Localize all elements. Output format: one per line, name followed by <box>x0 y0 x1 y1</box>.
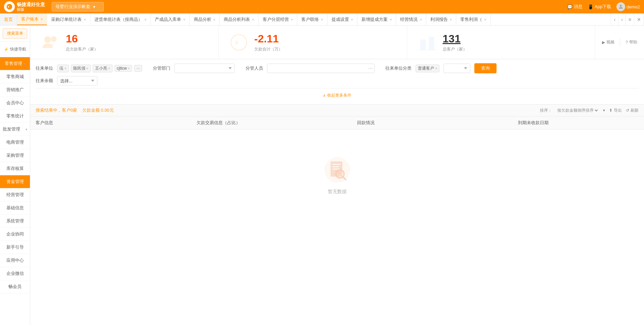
table-header-col-0: 客户信息 <box>36 120 197 126</box>
tab-add-promotion[interactable]: 新增提成方案 × <box>357 13 396 25</box>
person-filter-input[interactable] <box>267 64 375 73</box>
stat-debt-text: -2.11 欠款合计（万） <box>254 32 283 52</box>
unit-class-tag-remove[interactable]: × <box>435 67 437 70</box>
sidebar-item-purchase-mgmt-label: 采购管理 <box>6 153 24 158</box>
video-button[interactable]: ▶ 视频 <box>602 39 614 45</box>
svg-point-0 <box>7 4 12 10</box>
query-button[interactable]: 查询 <box>474 63 497 73</box>
tabs-close-all-button[interactable]: ✕ <box>634 13 644 25</box>
tab-close-cost-inbound[interactable]: × <box>183 17 185 22</box>
svg-rect-9 <box>419 49 436 50</box>
table-header-col-2: 回款情况 <box>357 120 518 126</box>
refresh-button[interactable]: ↺ 刷新 <box>626 108 639 113</box>
dept-select[interactable] <box>174 64 235 73</box>
search-menu-button[interactable]: 搜索菜单 <box>3 28 27 39</box>
unit-tag-wang: 王小亮 × <box>93 65 113 72</box>
unit-tag-wu: 伍 × <box>57 65 69 72</box>
top-bar: ¥ 畅捷通好生意 标版 母婴行业演示帐套 ▾ 💬 消息 📱 App下载 <box>0 0 644 13</box>
user-profile[interactable]: demo2 <box>616 2 640 11</box>
sidebar-item-basic-info[interactable]: 基础信息 <box>0 202 30 215</box>
tab-close-profit-report[interactable]: × <box>450 17 452 22</box>
sidebar-item-retail-mall[interactable]: 零售商城 <box>0 70 30 83</box>
export-button[interactable]: ⬆ 导出 <box>609 108 622 113</box>
store-selector[interactable]: 母婴行业演示帐套 ▾ <box>52 2 104 11</box>
tab-close-product-analysis-list[interactable]: × <box>252 17 254 22</box>
tab-close-customer-contact[interactable]: × <box>321 17 323 22</box>
store-name: 母婴行业演示帐套 <box>55 4 90 10</box>
svg-rect-13 <box>332 166 339 167</box>
unit-filter-label: 往来单位 <box>36 65 53 71</box>
tab-customer-tier[interactable]: 客户分层经营 × <box>259 13 297 25</box>
tab-retail-profit[interactable]: 零售利润（ × <box>456 13 490 25</box>
svg-point-2 <box>620 5 622 7</box>
svg-point-4 <box>51 36 57 42</box>
sidebar-item-vip-member[interactable]: 畅会员 <box>0 280 30 293</box>
empty-state: 暂无数据 <box>30 130 644 222</box>
sidebar-item-enterprise-wechat[interactable]: 企业微信 <box>0 267 30 280</box>
tab-customer-contact[interactable]: 客户联络 × <box>297 13 327 25</box>
tab-promotion-settings[interactable]: 提成设置 × <box>328 13 357 25</box>
sidebar-item-marketing[interactable]: 营销推广 <box>0 83 30 97</box>
app-download-button[interactable]: 📱 App下载 <box>588 4 611 10</box>
unit-class-select[interactable] <box>443 64 470 73</box>
sidebar-item-member-center[interactable]: 会员中心 <box>0 97 30 110</box>
person-input-more[interactable]: ··· <box>368 65 373 71</box>
sidebar-item-operation-mgmt[interactable]: 经营管理 <box>0 188 30 202</box>
sidebar-item-retail-mgmt[interactable]: 零售管理 ▾ <box>0 57 30 70</box>
stat-customers-text: 16 总欠款客户（家） <box>66 32 98 52</box>
tab-close-purchase-order[interactable]: × <box>84 17 86 22</box>
tab-close-retail-profit[interactable]: × <box>484 17 486 22</box>
tab-retail-profit-label: 零售利润（ <box>460 16 482 23</box>
tab-close-add-promotion[interactable]: × <box>390 17 392 22</box>
tab-customer-book[interactable]: 客户账本 × <box>17 13 47 25</box>
tab-close-operation-status[interactable]: × <box>420 17 422 22</box>
tabs-prev-button[interactable]: ‹ <box>611 13 618 25</box>
sidebar-item-system-mgmt[interactable]: 系统管理 <box>0 215 30 228</box>
results-bar: 搜索结果中，客户0家 欠款金额 0.00元 排序： 按欠款金额倒序排序 ▾ ⬆ … <box>30 105 644 116</box>
app-edition: 标版 <box>17 7 45 12</box>
unit-tag-chen-remove[interactable]: × <box>86 67 88 70</box>
export-icon: ⬆ <box>609 108 612 113</box>
sidebar-item-purchase-mgmt[interactable]: 采购管理 <box>0 149 30 162</box>
help-button[interactable]: ? 帮助 <box>626 39 637 45</box>
quick-nav-button[interactable]: ⚡ 快捷导航 <box>3 44 27 54</box>
tab-close-product-analysis[interactable]: × <box>213 17 215 22</box>
sidebar-item-app-center[interactable]: 应用中心 <box>0 254 30 267</box>
tab-operation-status[interactable]: 经营情况 × <box>396 13 426 25</box>
unit-tag-wang-remove[interactable]: × <box>108 67 110 70</box>
nav-tabs-actions: ‹ › ≡ ✕ <box>611 13 644 25</box>
tab-cost-inbound[interactable]: 产成品入库单 × <box>151 13 189 25</box>
balance-select[interactable]: 选择... <box>57 76 97 85</box>
unit-tags-more[interactable]: ··· <box>134 65 142 72</box>
sidebar-item-marketing-label: 营销推广 <box>6 87 24 92</box>
message-button[interactable]: 💬 消息 <box>567 4 583 10</box>
sidebar-item-wholesale-mgmt[interactable]: 批发管理 ▾ <box>0 123 30 136</box>
collapse-button[interactable]: ∧ 收起更多条件 <box>323 91 351 100</box>
tab-customer-book-label: 客户账本 <box>21 16 39 22</box>
sidebar-item-retail-stats[interactable]: 零售统计 <box>0 110 30 123</box>
tab-close-inbound-stats[interactable]: × <box>144 17 146 22</box>
tab-close-promotion-settings[interactable]: × <box>351 17 353 22</box>
stat-customers-label: 总欠款客户（家） <box>66 46 98 52</box>
unit-tag-wu-remove[interactable]: × <box>65 67 67 70</box>
tab-inbound-stats[interactable]: 进货单统计表（按商品） × <box>90 13 151 25</box>
tab-product-analysis-list[interactable]: 商品分析列表 × <box>220 13 258 25</box>
sort-select[interactable]: 按欠款金额倒序排序 <box>556 108 599 113</box>
tabs-menu-button[interactable]: ≡ <box>626 13 634 25</box>
tab-home[interactable]: 首页 <box>0 13 17 25</box>
tab-close-customer-book[interactable]: × <box>41 17 43 21</box>
tab-close-customer-tier[interactable]: × <box>291 17 293 22</box>
user-name: demo2 <box>627 4 640 9</box>
unit-class-tag-normal-text: 普通客户 <box>418 66 434 71</box>
unit-tag-wu-text: 伍 <box>59 66 63 71</box>
unit-tag-cjttcw-remove[interactable]: × <box>128 67 130 70</box>
tabs-next-button[interactable]: › <box>618 13 626 25</box>
tab-profit-report[interactable]: 利润报告 × <box>426 13 456 25</box>
sidebar-item-inventory[interactable]: 库存核算 <box>0 162 30 175</box>
tab-purchase-order[interactable]: 采购订单统计表 × <box>47 13 90 25</box>
sidebar-item-capital-mgmt[interactable]: 资金管理 <box>0 175 30 188</box>
tab-product-analysis[interactable]: 商品分析 × <box>190 13 220 25</box>
sidebar-item-enterprise-collab[interactable]: 企业协同 <box>0 228 30 241</box>
sidebar-item-new-guide[interactable]: 新手引导 <box>0 241 30 254</box>
sidebar-item-ecommerce-mgmt[interactable]: 电商管理 <box>0 136 30 149</box>
